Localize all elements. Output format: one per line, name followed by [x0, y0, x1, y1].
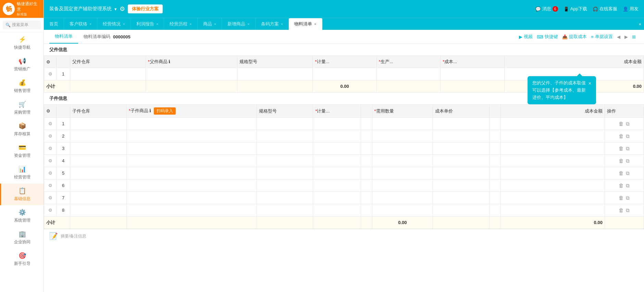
copy-icon-7[interactable]: ⧉: [626, 195, 630, 201]
child-row-3-qty[interactable]: [372, 142, 433, 155]
tab-goods[interactable]: 商品 ×: [198, 18, 222, 30]
child-row-2-unit-cost[interactable]: [433, 130, 490, 142]
parent-row-1-goods[interactable]: [146, 68, 237, 80]
delete-icon-7[interactable]: 🗑: [619, 195, 624, 201]
sidebar-item-enterprise[interactable]: 🏢 企业协同: [0, 227, 44, 248]
tab-ops-close[interactable]: ×: [123, 22, 125, 26]
sub-tab-bom[interactable]: 物料清单: [49, 30, 78, 44]
child-row-6-unit-cost[interactable]: [433, 179, 490, 192]
child-row-2-settings[interactable]: ⚙: [44, 130, 57, 142]
tab-goods-close[interactable]: ×: [214, 22, 216, 26]
delete-icon-5[interactable]: 🗑: [619, 170, 624, 176]
parent-row-1-spec[interactable]: [237, 68, 313, 80]
child-row-2-unit[interactable]: [313, 130, 361, 142]
child-row-6-unit[interactable]: [313, 179, 361, 192]
child-row-3-unit[interactable]: [313, 142, 361, 155]
tab-profit-close[interactable]: ×: [156, 22, 158, 26]
message-tool[interactable]: 💬 消息 6: [535, 6, 558, 12]
child-row-8-settings[interactable]: ⚙: [44, 204, 57, 217]
child-row-8-unit-cost[interactable]: [433, 204, 490, 217]
sidebar-item-marketing[interactable]: 📢 营销推广: [0, 54, 44, 75]
child-row-4-warehouse[interactable]: [70, 155, 127, 167]
child-row-7-col9[interactable]: [489, 192, 500, 204]
copy-icon-1[interactable]: ⧉: [626, 121, 630, 127]
child-row-6-goods[interactable]: [126, 179, 257, 192]
online-service-tool[interactable]: 🎧 在线客服: [593, 6, 617, 12]
child-row-3-col6[interactable]: [361, 142, 372, 155]
delete-icon-6[interactable]: 🗑: [619, 183, 624, 189]
copy-icon-3[interactable]: ⧉: [626, 145, 630, 152]
extract-cost-tool[interactable]: 📥 提取成本: [562, 34, 587, 40]
child-row-8-qty[interactable]: [372, 204, 433, 217]
child-row-1-warehouse[interactable]: [70, 118, 127, 130]
child-row-5-warehouse[interactable]: [70, 167, 127, 179]
delete-icon-3[interactable]: 🗑: [619, 145, 624, 152]
copy-icon-4[interactable]: ⧉: [626, 158, 630, 164]
child-row-5-unit-cost[interactable]: [433, 167, 490, 179]
child-row-4-goods[interactable]: [126, 155, 257, 167]
child-row-3-col9[interactable]: [489, 142, 500, 155]
sidebar-item-basic-info[interactable]: 📋 基础信息: [0, 184, 44, 205]
sidebar-item-finance[interactable]: 💳 资金管理: [0, 140, 44, 162]
child-row-5-goods[interactable]: [126, 167, 257, 179]
child-row-4-col6[interactable]: [361, 155, 372, 167]
child-row-1-col9[interactable]: [489, 118, 500, 130]
child-row-4-col9[interactable]: [489, 155, 500, 167]
child-row-7-unit-cost[interactable]: [433, 192, 490, 204]
parent-row-1-settings[interactable]: ⚙: [44, 68, 57, 80]
delete-icon-4[interactable]: 🗑: [619, 158, 624, 164]
child-row-1-unit-cost[interactable]: [433, 118, 490, 130]
copy-icon-2[interactable]: ⧉: [626, 133, 630, 139]
experience-button[interactable]: 体验行业方案: [128, 4, 163, 13]
copy-icon-6[interactable]: ⧉: [626, 183, 630, 189]
dropdown-arrow[interactable]: ▾: [114, 7, 117, 12]
tooltip-close[interactable]: ×: [589, 80, 591, 87]
child-row-7-col6[interactable]: [361, 192, 372, 204]
child-row-7-warehouse[interactable]: [70, 192, 127, 204]
child-row-5-unit[interactable]: [313, 167, 361, 179]
child-row-5-settings[interactable]: ⚙: [44, 167, 57, 179]
child-row-3-unit-cost[interactable]: [433, 142, 490, 155]
child-row-6-settings[interactable]: ⚙: [44, 179, 57, 192]
tab-bom-close[interactable]: ×: [314, 22, 316, 26]
child-row-5-col6[interactable]: [361, 167, 372, 179]
user-tool[interactable]: 👤 用友: [623, 6, 639, 12]
parent-row-1-cost[interactable]: [441, 68, 504, 80]
child-row-2-spec[interactable]: [257, 130, 313, 142]
child-row-4-unit-cost[interactable]: [433, 155, 490, 167]
tab-history-close[interactable]: ×: [189, 22, 191, 26]
child-row-8-unit[interactable]: [313, 204, 361, 217]
copy-icon-8[interactable]: ⧉: [626, 207, 630, 213]
sidebar-item-inventory[interactable]: 📦 库存核算: [0, 119, 44, 140]
sidebar-item-guide[interactable]: 🎯 新手引导: [0, 248, 44, 270]
sidebar-item-sales[interactable]: 💰 销售管理: [0, 75, 44, 97]
scan-button[interactable]: 扫码录入: [154, 107, 176, 115]
sidebar-item-purchase[interactable]: 🛒 采购管理: [0, 97, 44, 119]
child-row-8-goods[interactable]: [126, 204, 257, 217]
tab-add-goods-close[interactable]: ×: [247, 22, 249, 26]
grid-icon[interactable]: ⊞: [632, 34, 636, 39]
child-row-2-qty[interactable]: [372, 130, 433, 142]
tab-add-goods[interactable]: 新增商品 ×: [222, 18, 255, 30]
tab-customer-close[interactable]: ×: [89, 22, 91, 26]
search-box[interactable]: 🔍 搜索菜单: [3, 21, 41, 29]
tab-barcode[interactable]: 条码方案 ×: [256, 18, 289, 30]
child-row-5-spec[interactable]: [257, 167, 313, 179]
nav-left-icon[interactable]: ◀: [617, 34, 620, 39]
child-row-4-settings[interactable]: ⚙: [44, 155, 57, 167]
child-row-6-col9[interactable]: [489, 179, 500, 192]
settings-icon[interactable]: ⚙: [120, 5, 125, 13]
child-row-8-warehouse[interactable]: [70, 204, 127, 217]
sidebar-item-quick-nav[interactable]: ⚡ 快捷导航: [0, 32, 44, 54]
child-row-3-settings[interactable]: ⚙: [44, 142, 57, 155]
app-download-tool[interactable]: 📱 App下载: [564, 6, 587, 12]
tab-operations-status[interactable]: 经营情况 ×: [97, 18, 131, 30]
delete-icon-2[interactable]: 🗑: [619, 133, 624, 139]
child-row-7-qty[interactable]: [372, 192, 433, 204]
child-row-4-unit[interactable]: [313, 155, 361, 167]
copy-icon-5[interactable]: ⧉: [626, 170, 630, 176]
tab-barcode-close[interactable]: ×: [281, 22, 283, 26]
child-row-7-unit[interactable]: [313, 192, 361, 204]
child-row-6-qty[interactable]: [372, 179, 433, 192]
child-row-8-col6[interactable]: [361, 204, 372, 217]
